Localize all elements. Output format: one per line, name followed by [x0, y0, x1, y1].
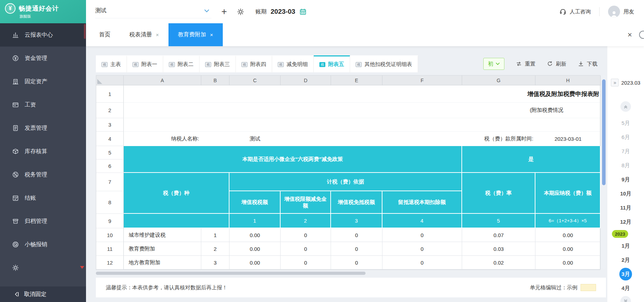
sidebar-item-fixed-assets[interactable]: 固定资产 — [0, 70, 86, 93]
sidebar-item-inventory[interactable]: 库存核算 — [0, 140, 86, 163]
horizontal-scrollbar[interactable] — [96, 272, 366, 275]
tax-period-value[interactable]: 2023-03-01 — [535, 132, 601, 146]
row-header[interactable]: 12 — [96, 256, 124, 270]
cell-exempt[interactable]: 0 — [331, 228, 382, 242]
row-header[interactable]: 3 — [96, 118, 124, 132]
sidebar-item-payroll[interactable]: 工资 — [0, 93, 86, 116]
cell[interactable] — [281, 132, 331, 146]
row-header[interactable]: 2 — [96, 103, 124, 118]
close-tab-icon[interactable]: × — [156, 32, 159, 38]
row-header[interactable]: 7 — [96, 173, 124, 191]
row-header[interactable]: 1 — [96, 85, 124, 103]
cell-amount[interactable]: 0.00 — [535, 228, 601, 242]
cell-limit[interactable]: 0 — [281, 242, 331, 256]
column-header[interactable]: D — [281, 76, 331, 85]
banner-answer[interactable]: 是 — [462, 146, 601, 173]
add-company-button[interactable]: + — [221, 7, 227, 17]
cell-tax-name[interactable]: 城市维护建设税 — [124, 228, 201, 242]
sidebar-item-closing[interactable]: 结账 — [0, 186, 86, 210]
tab-tax-register[interactable]: 税表清册 × — [120, 23, 168, 46]
refresh-button[interactable]: 刷新 — [547, 61, 566, 67]
cell-vat[interactable]: 0.00 — [229, 242, 281, 256]
company-select[interactable]: 测试 — [95, 5, 211, 18]
row-header[interactable]: 11 — [96, 242, 124, 256]
sheet-tab-appendix2[interactable]: 税附表二 — [163, 55, 200, 72]
download-button[interactable]: 下载 — [578, 61, 597, 67]
scroll-months-up-button[interactable] — [620, 101, 631, 112]
tab-education-surcharge[interactable]: 教育费附加 × — [168, 23, 223, 46]
sidebar-item-reimburse[interactable]: 小畅报销 — [0, 233, 86, 256]
column-header[interactable]: C — [229, 76, 281, 85]
sidebar-scroll-arrow[interactable] — [80, 266, 84, 269]
cell-limit[interactable]: 0 — [281, 256, 331, 270]
row-header[interactable]: 6 — [96, 159, 124, 173]
month-item[interactable]: 5月 — [607, 116, 644, 130]
month-item[interactable]: 2月 — [607, 253, 644, 267]
collapse-panel-icon[interactable]: » — [611, 79, 619, 86]
sidebar-item-report-center[interactable]: 云报表中心 — [0, 23, 86, 47]
sheet-tab-reduction-detail[interactable]: 税减免明细 — [272, 55, 314, 72]
username[interactable]: 用友 — [624, 8, 634, 15]
sidebar-item-archive[interactable]: 归档管理 — [0, 210, 86, 233]
vertical-scrollbar[interactable] — [601, 75, 606, 269]
close-all-tabs-icon[interactable]: × — [627, 23, 632, 46]
active-month-bubble[interactable]: 3月 — [619, 268, 632, 280]
cell-rate[interactable]: 0.03 — [462, 242, 535, 256]
month-item-active[interactable]: 3月 — [607, 267, 644, 281]
column-header[interactable]: H — [535, 76, 601, 85]
month-item[interactable]: 11月 — [607, 201, 644, 215]
sheet-tab-other-voucher-detail[interactable]: 税其他扣税凭证明细表 — [350, 55, 418, 72]
cell-vat[interactable]: 0.00 — [229, 256, 281, 270]
vertical-scrollbar-thumb[interactable] — [602, 79, 606, 185]
cell-exempt[interactable]: 0 — [331, 242, 382, 256]
cell-rate[interactable]: 0.07 — [462, 228, 535, 242]
month-item[interactable]: 4月 — [607, 281, 644, 295]
month-item[interactable]: 7月 — [607, 144, 644, 158]
select-all-corner[interactable] — [96, 76, 124, 85]
cell-tax-name[interactable]: 教育费附加 — [124, 242, 201, 256]
scroll-months-down-button[interactable] — [620, 296, 631, 302]
sidebar-scrollbar-thumb[interactable] — [84, 24, 86, 39]
column-header[interactable]: E — [331, 76, 382, 85]
unpin-sidebar-button[interactable]: 取消固定 — [0, 286, 86, 302]
cell-seq[interactable]: 1 — [201, 228, 229, 242]
cell-tax-name[interactable]: 地方教育附加 — [124, 256, 201, 270]
month-item[interactable]: 12月 — [607, 215, 644, 229]
cell-seq[interactable]: 3 — [201, 256, 229, 270]
cell-vat[interactable]: 0.00 — [229, 228, 281, 242]
column-header[interactable]: A — [124, 76, 201, 85]
sheet-tab-appendix1[interactable]: 税附表一 — [127, 55, 163, 72]
settings-gear-icon[interactable] — [237, 8, 244, 16]
sidebar-item-invoice[interactable]: 发票管理 — [0, 116, 86, 140]
close-tab-icon[interactable]: × — [210, 32, 213, 38]
column-header[interactable]: B — [201, 76, 229, 85]
row-header[interactable]: 9 — [96, 214, 124, 228]
sidebar-item-tax[interactable]: 税务管理 — [0, 163, 86, 186]
row-header[interactable]: 8 — [96, 191, 124, 214]
taxpayer-value[interactable]: 测试 — [229, 132, 281, 146]
avatar[interactable] — [608, 6, 620, 18]
cell-deduct[interactable]: 0 — [382, 242, 462, 256]
row-header[interactable]: 4 — [96, 132, 124, 146]
column-header[interactable]: G — [462, 76, 535, 85]
cell-amount[interactable]: 0.00 — [535, 242, 601, 256]
column-header[interactable]: F — [382, 76, 462, 85]
month-item[interactable]: 9月 — [607, 173, 644, 187]
cell-deduct[interactable]: 0 — [382, 228, 462, 242]
cell-rate[interactable]: 0.02 — [462, 256, 535, 270]
sidebar-item-settings[interactable] — [0, 256, 86, 279]
cell[interactable] — [201, 132, 229, 146]
calendar-icon[interactable] — [299, 8, 307, 16]
cell-deduct[interactable]: 0 — [382, 256, 462, 270]
cell-exempt[interactable]: 0 — [331, 256, 382, 270]
tab-home[interactable]: 首页 — [86, 23, 120, 46]
row-header[interactable]: 10 — [96, 228, 124, 242]
sheet-tab-appendix4[interactable]: 税附表四 — [236, 55, 272, 72]
sidebar-item-funds[interactable]: 资金管理 — [0, 47, 86, 70]
month-item[interactable]: 6月 — [607, 130, 644, 144]
support-button[interactable]: 人工咨询 — [559, 8, 591, 15]
cell-seq[interactable]: 2 — [201, 242, 229, 256]
sheet-tab-appendix5[interactable]: 税附表五 — [314, 55, 350, 72]
row-header[interactable]: 5 — [96, 146, 124, 159]
cell[interactable] — [331, 132, 382, 146]
